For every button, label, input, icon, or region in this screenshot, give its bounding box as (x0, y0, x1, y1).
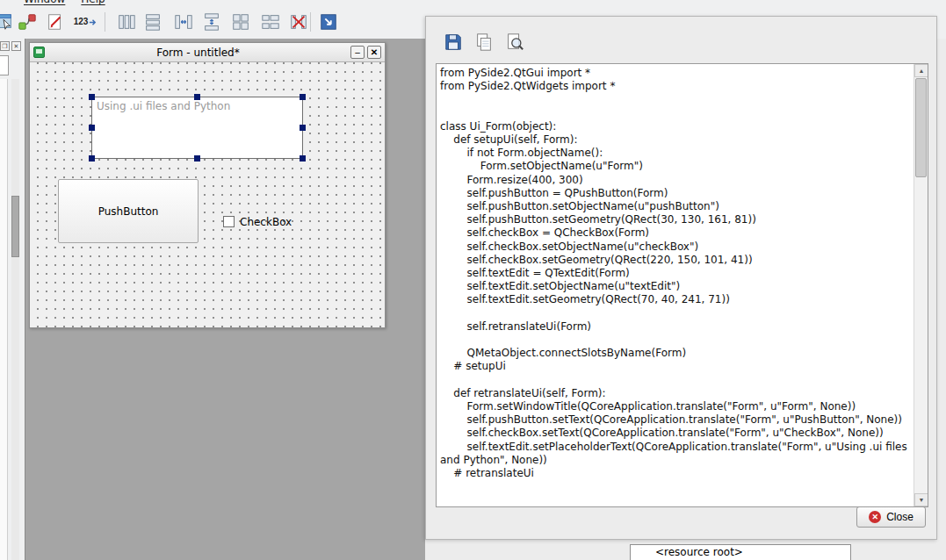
layout-form-icon (261, 12, 280, 32)
edit-signals-slots-button[interactable] (16, 11, 39, 33)
scroll-down-icon[interactable]: ▼ (914, 493, 928, 506)
widget-filter-input[interactable] (0, 55, 9, 75)
checkbox-widget[interactable]: CheckBox (223, 204, 312, 240)
selection-handle[interactable] (89, 155, 95, 162)
edit-buddies-icon (46, 12, 65, 32)
layout-grid-icon (231, 12, 250, 32)
splitter-horizontal-button[interactable] (172, 11, 195, 33)
close-button-label: Close (886, 511, 914, 523)
form-editor-window: Form - untitled* – ✕ Using .ui files and… (29, 42, 386, 328)
edit-signals-slots-icon (18, 12, 37, 32)
widget-box-list[interactable] (0, 79, 8, 560)
copy-button[interactable] (473, 31, 495, 54)
edit-tab-order-icon: 123 (74, 18, 89, 26)
resource-browser-fragment: <resource root> (630, 544, 851, 560)
adjust-size-button[interactable] (317, 11, 340, 33)
menubar-items: Window Help (24, 0, 105, 5)
adjust-size-icon (319, 12, 338, 32)
selection-handle[interactable] (300, 94, 306, 100)
copy-icon (474, 32, 494, 52)
widget-box-dock-fragment: ❐ ✕ (0, 39, 25, 560)
textedit-widget[interactable]: Using .ui files and Python (91, 97, 303, 159)
scroll-up-icon[interactable]: ▲ (914, 64, 928, 77)
break-layout-icon (289, 12, 308, 32)
generated-code[interactable]: from PySide2.QtGui import * from PySide2… (440, 67, 911, 480)
dock-scrollbar-thumb[interactable] (11, 196, 19, 257)
edit-widgets-icon (0, 12, 14, 32)
pushbutton-widget[interactable]: PushButton (58, 179, 199, 243)
toolbar-separator (310, 12, 311, 32)
close-x-icon: ✕ (869, 511, 881, 523)
toolbar-separator (105, 12, 105, 32)
dock-float-button[interactable]: ❐ (0, 41, 10, 51)
tab-order-arrow-icon (89, 18, 97, 26)
save-button[interactable] (442, 31, 465, 54)
selection-handle[interactable] (300, 155, 306, 162)
splitter-vertical-icon (202, 12, 221, 32)
selection-handle[interactable] (89, 125, 95, 131)
layout-form-button[interactable] (259, 11, 282, 33)
code-dialog-toolbar (442, 31, 526, 55)
layout-vertical-icon (143, 12, 162, 32)
code-scrollbar[interactable]: ▲ ▼ (914, 64, 928, 506)
dock-scrollbar-track[interactable] (11, 79, 19, 560)
splitter-horizontal-icon (174, 12, 193, 32)
selection-handle[interactable] (89, 94, 95, 100)
edit-widgets-button[interactable] (0, 11, 16, 33)
find-button[interactable] (503, 31, 526, 54)
menu-help[interactable]: Help (81, 0, 105, 5)
form-window-title: Form - untitled* (48, 47, 348, 59)
layout-horizontal-icon (117, 12, 136, 32)
selection-handle[interactable] (300, 125, 306, 131)
layout-grid-button[interactable] (229, 11, 252, 33)
edit-tab-order-button[interactable]: 123 (72, 11, 98, 33)
break-layout-button[interactable] (287, 11, 310, 33)
selection-handle[interactable] (194, 155, 200, 162)
close-button[interactable]: ✕ Close (856, 506, 926, 528)
selection-handle[interactable] (194, 94, 200, 100)
form-minimize-button[interactable]: – (350, 46, 365, 59)
resource-root-item[interactable]: <resource root> (655, 546, 743, 558)
layout-horizontal-button[interactable] (115, 11, 138, 33)
find-icon (505, 32, 524, 52)
form-close-button[interactable]: ✕ (367, 46, 381, 59)
menubar: Window Help (0, 0, 946, 8)
save-icon (444, 32, 463, 52)
form-window-titlebar[interactable]: Form - untitled* – ✕ (30, 43, 385, 62)
menu-window[interactable]: Window (24, 0, 65, 5)
dock-close-button[interactable]: ✕ (11, 41, 21, 51)
code-preview-dialog: from PySide2.QtGui import * from PySide2… (425, 16, 937, 540)
textedit-placeholder: Using .ui files and Python (97, 100, 230, 112)
code-editor[interactable]: from PySide2.QtGui import * from PySide2… (436, 63, 928, 507)
form-window-icon (33, 47, 45, 58)
layout-vertical-button[interactable] (141, 11, 164, 33)
code-scrollbar-thumb[interactable] (915, 78, 927, 177)
splitter-vertical-button[interactable] (200, 11, 223, 33)
checkbox-label: CheckBox (240, 216, 292, 228)
edit-buddies-button[interactable] (44, 11, 67, 33)
qt-designer-window: Window Help (0, 0, 946, 560)
form-canvas[interactable]: Using .ui files and Python PushButton Ch… (30, 62, 385, 327)
checkbox-indicator[interactable] (223, 216, 235, 227)
